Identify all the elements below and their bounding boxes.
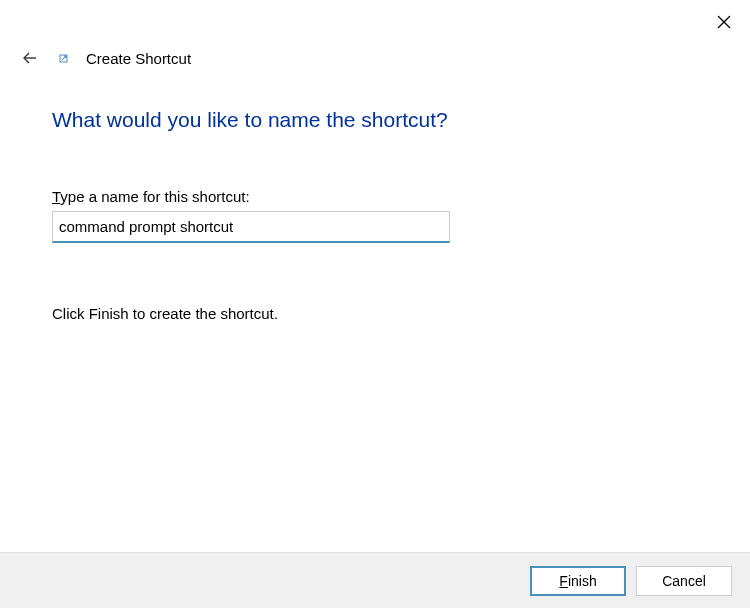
finish-accelerator: F [559, 573, 568, 589]
back-arrow-icon [21, 49, 39, 67]
shortcut-name-label: Type a name for this shortcut: [52, 188, 698, 205]
footer-bar: Finish Cancel [0, 552, 750, 608]
close-button[interactable] [710, 8, 738, 36]
close-icon [717, 15, 731, 29]
shortcut-name-input[interactable] [52, 211, 450, 243]
instruction-text: Click Finish to create the shortcut. [52, 305, 698, 322]
content-area: What would you like to name the shortcut… [52, 108, 698, 322]
page-heading: What would you like to name the shortcut… [52, 108, 698, 132]
label-text: ype a name for this shortcut: [60, 188, 249, 205]
shortcut-wizard-icon [58, 52, 70, 64]
cancel-button[interactable]: Cancel [636, 566, 732, 596]
header-row: Create Shortcut [18, 46, 191, 70]
cancel-label: Cancel [662, 573, 706, 589]
back-button[interactable] [18, 46, 42, 70]
finish-label-rest: inish [568, 573, 597, 589]
wizard-title: Create Shortcut [86, 50, 191, 67]
finish-button[interactable]: Finish [530, 566, 626, 596]
